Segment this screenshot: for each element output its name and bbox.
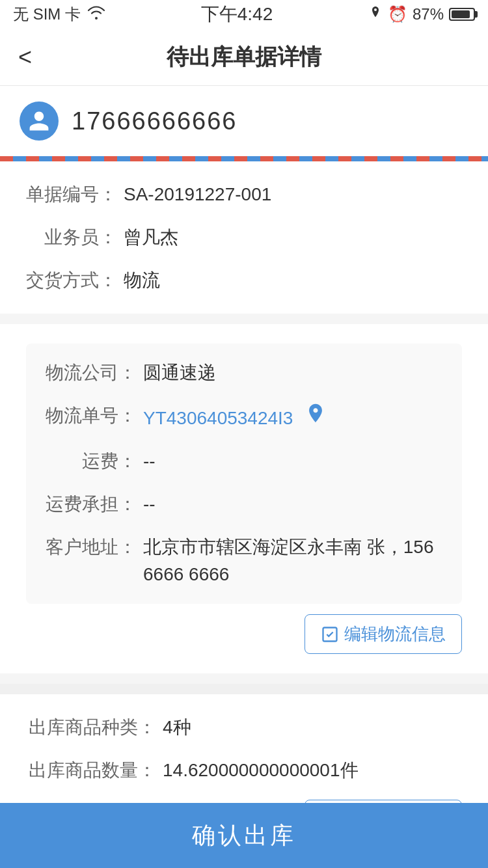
page-title: 待出库单据详情 [167,42,321,72]
dashed-separator [0,156,488,161]
back-button[interactable]: < [18,44,32,71]
edit-logistics-label: 编辑物流信息 [344,623,446,645]
tracking-label: 物流单号： [46,402,137,429]
order-no-value: SA-20191227-001 [124,181,462,208]
battery-icon [449,8,475,21]
delivery-label: 交货方式： [26,267,117,294]
nav-bar: < 待出库单据详情 [0,29,488,86]
freight-bearer-row: 运费承担： -- [46,491,442,518]
goods-qty-row: 出库商品数量： 14.620000000000001件 [26,757,462,784]
delivery-value: 物流 [124,267,462,294]
order-no-label: 单据编号： [26,181,117,208]
alarm-icon: ⏰ [388,5,407,23]
logistics-outer-card: 物流公司： 圆通速递 物流单号： YT43064053424I3 运费： -- … [0,324,488,673]
company-label: 物流公司： [46,359,137,387]
confirm-button-label: 确认出库 [192,820,296,852]
logistics-card: 物流公司： 圆通速递 物流单号： YT43064053424I3 运费： -- … [26,344,462,604]
salesman-row: 业务员： 曾凡杰 [26,224,462,251]
edit-btn-wrap: 编辑物流信息 [26,614,462,660]
user-header: 17666666666 [0,86,488,156]
goods-qty-value: 14.620000000000001件 [163,757,462,784]
goods-type-value: 4种 [163,714,462,741]
section-divider [0,684,488,694]
freight-label: 运费： [46,448,137,475]
goods-type-row: 出库商品种类： 4种 [26,714,462,741]
freight-value: -- [143,448,442,475]
salesman-label: 业务员： [26,224,117,251]
freight-bearer-label: 运费承担： [46,491,137,518]
salesman-value: 曾凡杰 [124,224,462,251]
edit-logistics-button[interactable]: 编辑物流信息 [305,614,462,654]
order-no-row: 单据编号： SA-20191227-001 [26,181,462,208]
wifi-icon [87,5,105,23]
freight-bearer-value: -- [143,491,442,518]
battery-percent: 87% [413,5,444,23]
carrier-label: 无 SIM 卡 [13,4,81,25]
confirm-bar[interactable]: 确认出库 [0,803,488,868]
company-row: 物流公司： 圆通速递 [46,359,442,387]
goods-qty-label: 出库商品数量： [26,757,156,784]
goods-type-label: 出库商品种类： [26,714,156,741]
user-icon [27,109,51,133]
address-label: 客户地址： [46,534,137,561]
status-time: 下午4:42 [201,2,273,27]
tracking-location-icon[interactable] [305,402,327,424]
delivery-row: 交货方式： 物流 [26,267,462,294]
status-bar: 无 SIM 卡 下午4:42 ⏰ 87% [0,0,488,29]
status-right: ⏰ 87% [368,5,475,23]
freight-row: 运费： -- [46,448,442,475]
edit-icon [321,625,339,644]
avatar [20,102,59,141]
order-info-card: 单据编号： SA-20191227-001 业务员： 曾凡杰 交货方式： 物流 [0,161,488,314]
user-phone: 17666666666 [72,107,237,135]
tracking-row: 物流单号： YT43064053424I3 [46,402,442,432]
location-icon [368,5,383,23]
status-left: 无 SIM 卡 [13,4,105,25]
tracking-value: YT43064053424I3 [143,402,442,432]
company-value: 圆通速递 [143,359,442,387]
address-value: 北京市市辖区海淀区永丰南 张，156 6666 6666 [143,534,442,588]
address-row: 客户地址： 北京市市辖区海淀区永丰南 张，156 6666 6666 [46,534,442,588]
